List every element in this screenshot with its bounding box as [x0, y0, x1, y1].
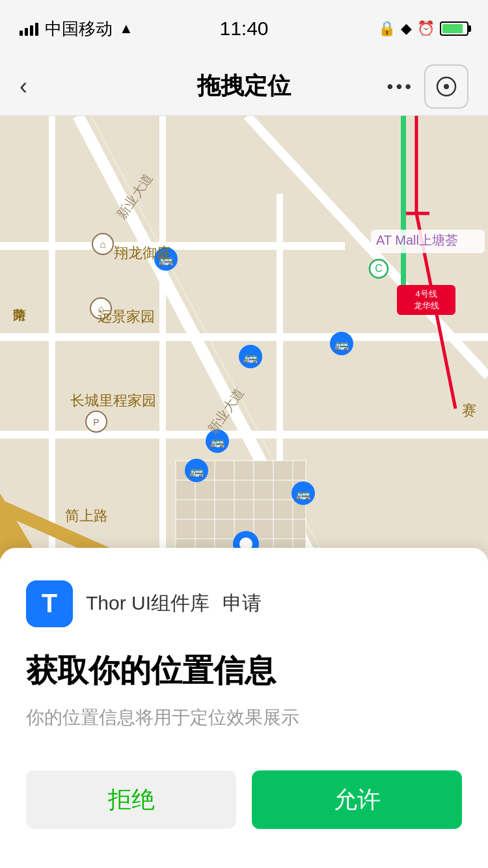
back-button[interactable]: ‹ — [20, 73, 59, 100]
svg-text:AT Mall上塘荟: AT Mall上塘荟 — [376, 233, 458, 247]
svg-text:C: C — [375, 263, 383, 274]
svg-text:🚌: 🚌 — [296, 487, 311, 501]
nav-actions: ••• — [387, 64, 468, 109]
alarm-icon: ⏰ — [417, 20, 435, 37]
svg-text:龙华线: 龙华线 — [414, 301, 439, 310]
svg-text:🚌: 🚌 — [210, 435, 225, 449]
svg-text:简上路: 简上路 — [65, 508, 108, 524]
permission-title: 获取你的位置信息 — [26, 651, 462, 691]
svg-text:4号线: 4号线 — [415, 289, 437, 299]
svg-text:🚌: 🚌 — [189, 464, 204, 478]
battery-icon — [440, 21, 468, 36]
status-bar: 中国移动 ▲ 11:40 🔒 ◆ ⏰ — [0, 0, 488, 57]
scan-icon — [435, 75, 458, 98]
location-icon: ◆ — [401, 20, 412, 37]
map-area[interactable]: 4号线 龙华线 AT Mall上塘荟 C ⌂ ⌂ P 🚌 🚌 🚌 🚌 🚌 🚌 翔… — [0, 116, 488, 558]
lock-icon: 🔒 — [378, 20, 396, 37]
map-svg: 4号线 龙华线 AT Mall上塘荟 C ⌂ ⌂ P 🚌 🚌 🚌 🚌 🚌 🚌 翔… — [0, 116, 488, 558]
svg-text:远景家园: 远景家园 — [98, 308, 155, 325]
app-name: Thor UI组件库 — [86, 590, 210, 617]
svg-text:🚌: 🚌 — [334, 337, 349, 351]
app-action-label: 申请 — [223, 590, 262, 617]
scan-button[interactable] — [424, 64, 468, 109]
app-icon: T — [26, 580, 73, 627]
allow-button[interactable]: 允许 — [252, 770, 462, 829]
svg-text:赛: 赛 — [462, 402, 476, 418]
wifi-icon: ▲ — [119, 20, 133, 37]
status-time: 11:40 — [219, 18, 268, 40]
app-info-row: T Thor UI组件库 申请 — [26, 580, 462, 627]
svg-text:🚌: 🚌 — [243, 350, 258, 364]
svg-text:⌂: ⌂ — [100, 239, 106, 250]
svg-text:P: P — [93, 417, 99, 427]
svg-text:翔龙御庭: 翔龙御庭 — [114, 245, 171, 261]
permission-sheet: T Thor UI组件库 申请 获取你的位置信息 你的位置信息将用于定位效果展示… — [0, 548, 488, 868]
deny-button[interactable]: 拒绝 — [26, 770, 236, 829]
status-left: 中国移动 ▲ — [20, 18, 133, 40]
page-title: 拖拽定位 — [197, 70, 291, 102]
permission-desc: 你的位置信息将用于定位效果展示 — [26, 704, 462, 731]
nav-bar: ‹ 拖拽定位 ••• — [0, 57, 488, 116]
carrier-label: 中国移动 — [45, 18, 113, 40]
signal-icon — [20, 21, 38, 36]
svg-text:长城里程家园: 长城里程家园 — [70, 392, 156, 409]
action-buttons: 拒绝 允许 — [26, 770, 462, 829]
svg-point-1 — [444, 84, 449, 89]
status-right: 🔒 ◆ ⏰ — [378, 20, 468, 37]
more-button[interactable]: ••• — [387, 76, 414, 97]
